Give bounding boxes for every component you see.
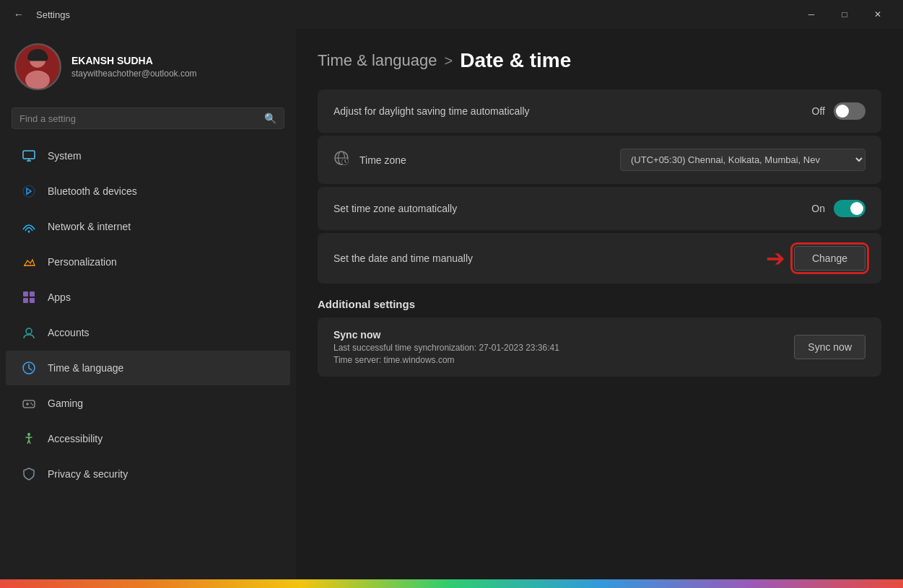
svg-point-7 [28, 231, 30, 233]
daylight-toggle-slider [834, 102, 865, 120]
timezone-left: Time zone [333, 150, 406, 170]
bluetooth-nav-icon [20, 183, 38, 200]
user-name: EKANSH SUDHA [71, 55, 197, 66]
back-button[interactable]: ← [9, 4, 29, 25]
svg-point-2 [25, 71, 50, 89]
sync-server: Time server: time.windows.com [333, 355, 559, 365]
svg-rect-12 [30, 298, 35, 303]
sidebar-item-personalization[interactable]: Personalization [6, 245, 290, 279]
timezone-auto-toggle-group: On [811, 200, 865, 217]
bluetooth-nav-label: Bluetooth & devices [48, 185, 137, 197]
set-manual-label: Set the date and time manually [333, 253, 473, 264]
accessibility-nav-icon [20, 430, 38, 447]
timezone-label: Time zone [359, 154, 406, 166]
svg-point-18 [30, 403, 32, 404]
sync-card: Sync now Last successful time synchroniz… [318, 317, 881, 377]
svg-point-19 [32, 404, 33, 405]
timezone-icon [333, 150, 349, 170]
window-controls: ─ □ ✕ [795, 3, 894, 26]
daylight-toggle[interactable] [834, 102, 865, 120]
timezone-auto-toggle[interactable] [834, 200, 865, 217]
accounts-nav-icon [20, 324, 38, 341]
nav-list: SystemBluetooth & devicesNetwork & inter… [0, 138, 296, 492]
sync-info: Sync now Last successful time synchroniz… [333, 329, 559, 365]
sidebar-item-privacy[interactable]: Privacy & security [6, 457, 290, 491]
timezone-select[interactable]: (UTC+05:30) Chennai, Kolkata, Mumbai, Ne… [620, 149, 865, 171]
maximize-button[interactable]: □ [828, 3, 861, 26]
gaming-nav-label: Gaming [48, 398, 83, 409]
set-timezone-auto-card: Set time zone automatically On [318, 187, 881, 230]
app-title: Settings [36, 9, 70, 20]
privacy-nav-icon [20, 465, 38, 483]
network-nav-label: Network & internet [48, 221, 131, 232]
sidebar-item-network[interactable]: Network & internet [6, 209, 290, 244]
apps-nav-icon [20, 289, 38, 306]
user-email: staywitheachother@outlook.com [71, 69, 197, 79]
system-nav-icon [20, 147, 38, 164]
svg-rect-9 [23, 291, 28, 297]
sync-last: Last successful time synchronization: 27… [333, 343, 559, 353]
time-nav-icon [20, 359, 38, 377]
user-info: EKANSH SUDHA staywitheachother@outlook.c… [71, 55, 197, 79]
daylight-toggle-group: Off [812, 102, 865, 120]
titlebar-left: ← Settings [9, 4, 70, 25]
change-button[interactable]: Change [794, 246, 865, 271]
gaming-nav-icon [20, 395, 38, 412]
network-nav-icon [20, 218, 38, 235]
sync-now-button[interactable]: Sync now [794, 335, 865, 359]
app-container: EKANSH SUDHA staywitheachother@outlook.c… [0, 29, 903, 588]
search-box[interactable]: 🔍 [12, 107, 284, 129]
sidebar-item-gaming[interactable]: Gaming [6, 386, 290, 421]
system-nav-label: System [48, 150, 82, 162]
timezone-auto-status: On [811, 203, 825, 214]
sync-title: Sync now [333, 329, 559, 341]
personalization-nav-icon [20, 253, 38, 271]
set-manual-card: Set the date and time manually ➔ Change [318, 233, 881, 284]
sidebar-item-bluetooth[interactable]: Bluetooth & devices [6, 174, 290, 209]
personalization-nav-label: Personalization [48, 256, 117, 268]
sidebar-item-system[interactable]: System [6, 139, 290, 173]
svg-point-6 [23, 185, 35, 197]
timezone-auto-slider [834, 200, 865, 217]
sidebar: EKANSH SUDHA staywitheachother@outlook.c… [0, 29, 296, 588]
timezone-card: Time zone (UTC+05:30) Chennai, Kolkata, … [318, 136, 881, 184]
avatar [14, 43, 61, 90]
sidebar-item-apps[interactable]: Apps [6, 280, 290, 315]
accounts-nav-label: Accounts [48, 327, 90, 338]
red-arrow-icon: ➔ [766, 247, 785, 270]
breadcrumb-current: Date & time [460, 49, 571, 72]
breadcrumb-parent: Time & language [318, 51, 437, 70]
main-content: Time & language > Date & time Adjust for… [296, 29, 903, 588]
titlebar: ← Settings ─ □ ✕ [0, 0, 903, 29]
additional-settings-title: Additional settings [318, 298, 881, 310]
svg-rect-11 [23, 298, 28, 303]
search-container: 🔍 [0, 102, 296, 138]
svg-point-8 [24, 265, 25, 266]
colorbar [0, 579, 903, 588]
sidebar-item-accessibility[interactable]: Accessibility [6, 421, 290, 456]
close-button[interactable]: ✕ [861, 3, 894, 26]
user-profile: EKANSH SUDHA staywitheachother@outlook.c… [0, 29, 296, 102]
daylight-saving-label: Adjust for daylight saving time automati… [333, 105, 530, 117]
accessibility-nav-label: Accessibility [48, 433, 102, 444]
breadcrumb-separator: > [445, 53, 453, 69]
svg-point-13 [26, 328, 32, 334]
svg-rect-10 [30, 291, 35, 297]
svg-rect-3 [23, 151, 35, 159]
sidebar-item-accounts[interactable]: Accounts [6, 315, 290, 350]
privacy-nav-label: Privacy & security [48, 468, 128, 480]
daylight-saving-card: Adjust for daylight saving time automati… [318, 89, 881, 133]
apps-nav-label: Apps [48, 291, 71, 303]
daylight-status: Off [812, 105, 825, 117]
svg-point-20 [27, 433, 30, 436]
breadcrumb: Time & language > Date & time [318, 49, 881, 72]
manual-change-group: ➔ Change [766, 246, 865, 271]
minimize-button[interactable]: ─ [795, 3, 828, 26]
search-icon: 🔍 [264, 113, 276, 124]
sidebar-item-time[interactable]: Time & language [6, 351, 290, 385]
set-timezone-auto-label: Set time zone automatically [333, 203, 457, 214]
time-nav-label: Time & language [48, 362, 123, 374]
search-input[interactable] [19, 113, 258, 124]
